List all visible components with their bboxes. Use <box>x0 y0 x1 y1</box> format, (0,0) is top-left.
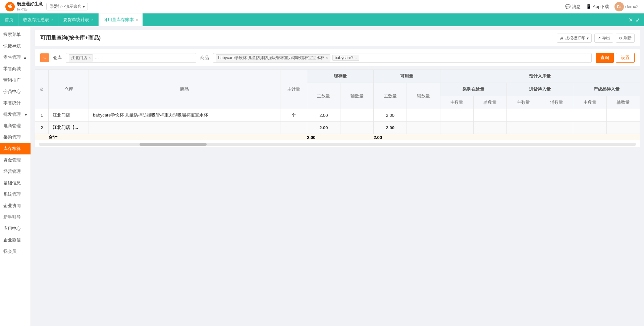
tab-receive[interactable]: 收发存汇总表 × <box>18 13 58 26</box>
row-avail-aux <box>407 109 440 122</box>
set-button[interactable]: 设置 <box>616 53 635 63</box>
data-table: ⚙ 仓库 商品 主计量 现存量 可用量 预计入库量 主数量 辅数量 <box>35 69 640 140</box>
row-stock-main: 2.00 <box>307 109 340 122</box>
sidebar-item-finance[interactable]: 资金管理 <box>0 154 31 166</box>
sidebar-item-stats[interactable]: 零售统计 <box>0 97 31 109</box>
nav-tabs: 首页 收发存汇总表 × 要货单统计表 × 可用量库存账本 × ✕ ⤢ <box>0 13 644 26</box>
sidebar-item-wechat[interactable]: 企业微信 <box>0 234 31 246</box>
row-inbound-aux <box>540 122 573 134</box>
sidebar-item-system[interactable]: 系统管理 <box>0 189 31 200</box>
footer-empty <box>35 134 49 140</box>
top-bar: 畅 畅捷通好生意 标准版 母婴行业演示账套 ▾ 💬 消息 📱 App下载 Ea … <box>0 0 644 13</box>
top-bar-left: 畅 畅捷通好生意 标准版 母婴行业演示账套 ▾ <box>5 1 88 12</box>
quicknav-label: 快捷导航 <box>3 43 21 49</box>
expand-icon[interactable]: ⤢ <box>636 17 640 23</box>
sidebar-item-inventory[interactable]: 库存核算 <box>0 143 31 154</box>
operation-label: 经营管理 <box>3 169 21 175</box>
product-tag-1-remove[interactable]: × <box>326 56 328 60</box>
footer-purchase-main <box>440 134 473 140</box>
tab-available[interactable]: 可用量库存账本 × <box>99 13 143 26</box>
inventory-label: 库存核算 <box>3 146 21 152</box>
sidebar-item-operation[interactable]: 经营管理 <box>0 166 31 177</box>
tab-order[interactable]: 要货单统计表 × <box>58 13 98 26</box>
gear-icon[interactable]: ⚙ <box>40 87 44 92</box>
table-row: 2江北门店【...2.002.00 <box>35 122 640 134</box>
page-title: 可用量查询(按仓库+商品) <box>40 35 101 42</box>
filter-toggle-btn[interactable]: » <box>40 53 49 62</box>
scroll-thumb[interactable] <box>140 143 207 146</box>
col-avail-main: 主数量 <box>374 83 407 109</box>
col-purchase-aux: 辅数量 <box>473 96 506 109</box>
message-btn[interactable]: 💬 消息 <box>565 4 581 10</box>
warehouse-tag: 江北门店 × <box>69 54 93 61</box>
app-download-btn[interactable]: 📱 App下载 <box>586 4 609 10</box>
tab-order-label: 要货单统计表 <box>63 17 89 23</box>
printer-icon: 🖨 <box>560 36 564 41</box>
export-btn[interactable]: ↗ 导出 <box>594 34 613 43</box>
product-tag-1: babycare学饮杯 儿童防摔防撞吸管杯重力球吸嘴杯宝宝水杯 × <box>216 54 330 61</box>
sidebar-item-marketing[interactable]: 营销推广 <box>0 75 31 86</box>
footer-stock-main: 2.00 <box>307 134 340 140</box>
sidebar-item-mall[interactable]: 零售商城 <box>0 63 31 75</box>
sidebar-item-retail[interactable]: 零售管理 ▲ <box>0 52 31 63</box>
col-unit-header: 主计量 <box>280 70 307 109</box>
col-production-group: 产成品待入量 <box>573 83 640 96</box>
col-stock-group: 现存量 <box>307 70 373 83</box>
col-product-header: 商品 <box>89 70 280 109</box>
avatar: Ea <box>614 2 624 11</box>
row-unit: 个 <box>280 109 307 122</box>
scroll-bar[interactable] <box>39 143 636 146</box>
industry-selector[interactable]: 母婴行业演示账套 ▾ <box>46 3 88 10</box>
col-avail-group: 可用量 <box>374 70 440 83</box>
filter-actions: 查询 设置 <box>596 53 635 63</box>
sidebar-item-search[interactable]: 搜索菜单 <box>0 29 31 40</box>
tab-home[interactable]: 首页 <box>0 13 18 26</box>
sidebar-item-purchase[interactable]: 采购管理 <box>0 132 31 143</box>
sidebar-item-member[interactable]: 会员中心 <box>0 86 31 97</box>
page-bottom <box>35 140 640 147</box>
col-warehouse-header: 仓库 <box>49 70 89 109</box>
wholesale-label: 批发管理 <box>3 111 21 118</box>
row-purchase-aux <box>473 109 506 122</box>
sidebar-item-appcenter[interactable]: 应用中心 <box>0 223 31 234</box>
row-inbound-aux <box>540 109 573 122</box>
sidebar-item-quicknav[interactable]: 快捷导航 <box>0 40 31 52</box>
col-purchase-main: 主数量 <box>440 96 473 109</box>
sidebar: 搜索菜单 快捷导航 零售管理 ▲ 零售商城 营销推广 会员中心 零售统计 批发管… <box>0 26 31 326</box>
purchase-label: 采购管理 <box>3 134 21 140</box>
col-avail-aux: 辅数量 <box>407 83 440 109</box>
sidebar-item-ecom[interactable]: 电商管理 <box>0 120 31 132</box>
sidebar-item-wholesale[interactable]: 批发管理 ▾ <box>0 109 31 120</box>
user-area[interactable]: Ea demo2 <box>614 2 639 11</box>
row-avail-main: 2.00 <box>374 122 407 134</box>
sidebar-item-basic[interactable]: 基础信息 <box>0 177 31 189</box>
footer-avail-main: 2.00 <box>374 134 407 140</box>
tab-order-close[interactable]: × <box>91 18 93 22</box>
footer-production-main <box>573 134 606 140</box>
footer-inbound-aux <box>540 134 573 140</box>
sidebar-item-newguide[interactable]: 新手引导 <box>0 212 31 223</box>
warehouse-tag-remove[interactable]: × <box>89 56 91 60</box>
refresh-btn[interactable]: ↺ 刷新 <box>616 34 635 43</box>
chevron-up-icon: ▲ <box>23 55 27 60</box>
nav-tabs-right: ✕ ⤢ <box>629 17 644 23</box>
row-production-main <box>573 109 606 122</box>
warehouse-filter-tags[interactable]: 江北门店 × ··· <box>66 53 196 63</box>
filter-more-icon: ··· <box>95 55 99 60</box>
page-content: 可用量查询(按仓库+商品) 🖨 按模板打印 ▾ ↗ 导出 ↺ 刷新 <box>31 26 644 151</box>
product-tag-1-value: babycare学饮杯 儿童防摔防撞吸管杯重力球吸嘴杯宝宝水杯 <box>218 55 325 61</box>
phone-icon: 📱 <box>586 4 591 9</box>
row-stock-aux <box>340 122 373 134</box>
sidebar-item-enterprise[interactable]: 企业协同 <box>0 200 31 212</box>
row-production-main <box>573 122 606 134</box>
chevron-down-icon: ▾ <box>25 112 27 117</box>
sidebar-item-vip[interactable]: 畅会员 <box>0 246 31 257</box>
product-filter-tags[interactable]: babycare学饮杯 儿童防摔防撞吸管杯重力球吸嘴杯宝宝水杯 × babyca… <box>213 53 592 63</box>
print-btn[interactable]: 🖨 按模板打印 ▾ <box>557 34 592 43</box>
ecom-label: 电商管理 <box>3 123 21 129</box>
tab-available-close[interactable]: × <box>136 18 138 22</box>
query-button[interactable]: 查询 <box>596 53 614 63</box>
close-window-icon[interactable]: ✕ <box>629 17 633 23</box>
main-layout: 搜索菜单 快捷导航 零售管理 ▲ 零售商城 营销推广 会员中心 零售统计 批发管… <box>0 26 644 326</box>
tab-receive-close[interactable]: × <box>51 18 53 22</box>
